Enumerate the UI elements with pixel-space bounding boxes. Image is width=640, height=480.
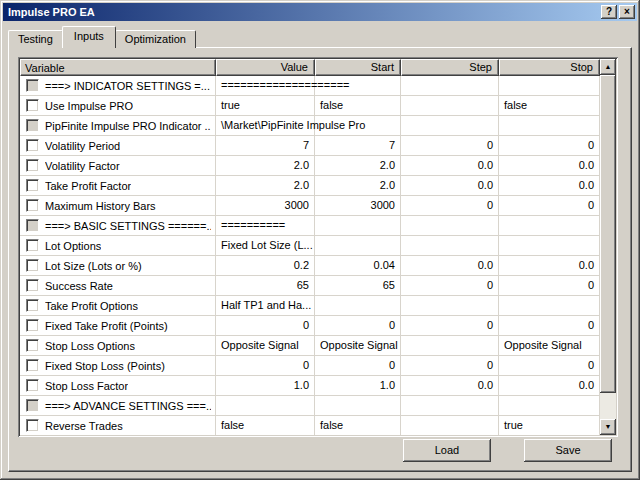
tab-testing[interactable]: Testing bbox=[8, 30, 63, 48]
value-cell[interactable]: 2.0 bbox=[216, 156, 315, 176]
value-cell[interactable]: Fixed Lot Size (L... bbox=[216, 236, 315, 256]
value-cell[interactable]: 65 bbox=[216, 276, 315, 296]
table-row[interactable]: Stop Loss Factor 1.0 1.0 0.0 0.0 bbox=[20, 376, 600, 396]
stop-cell[interactable]: 0.0 bbox=[499, 156, 600, 176]
step-cell[interactable] bbox=[401, 96, 499, 116]
stop-cell[interactable] bbox=[499, 216, 600, 236]
value-cell[interactable]: 7 bbox=[216, 136, 315, 156]
value-cell[interactable]: 0 bbox=[216, 356, 315, 376]
table-row[interactable]: Take Profit Options Half TP1 and Ha... bbox=[20, 296, 600, 316]
value-cell[interactable]: false bbox=[216, 416, 315, 435]
scroll-up-icon[interactable]: ▲ bbox=[600, 59, 616, 75]
start-cell[interactable]: 3000 bbox=[315, 196, 401, 216]
tab-inputs[interactable]: Inputs bbox=[62, 26, 116, 48]
stop-cell[interactable] bbox=[499, 396, 600, 416]
optimize-checkbox[interactable] bbox=[26, 159, 39, 172]
table-row[interactable]: Maximum History Bars 3000 3000 0 0 bbox=[20, 196, 600, 216]
step-cell[interactable] bbox=[401, 76, 499, 96]
tab-optimization[interactable]: Optimization bbox=[115, 30, 196, 48]
step-cell[interactable] bbox=[401, 116, 499, 136]
value-cell[interactable]: 0.2 bbox=[216, 256, 315, 276]
table-row[interactable]: ===> BASIC SETTINGS ======... ========== bbox=[20, 216, 600, 236]
value-cell[interactable]: 1.0 bbox=[216, 376, 315, 396]
optimize-checkbox[interactable] bbox=[26, 359, 39, 372]
start-cell[interactable] bbox=[315, 236, 401, 256]
header-start[interactable]: Start bbox=[315, 59, 401, 76]
stop-cell[interactable]: true bbox=[499, 416, 600, 435]
scrollbar-thumb[interactable] bbox=[600, 75, 616, 393]
start-cell[interactable] bbox=[315, 396, 401, 416]
start-cell[interactable] bbox=[315, 296, 401, 316]
start-cell[interactable]: false bbox=[315, 96, 401, 116]
step-cell[interactable] bbox=[401, 216, 499, 236]
header-step[interactable]: Step bbox=[401, 59, 499, 76]
value-cell[interactable]: ========== bbox=[216, 216, 315, 236]
table-row[interactable]: Success Rate 65 65 0 0 bbox=[20, 276, 600, 296]
stop-cell[interactable] bbox=[499, 116, 600, 136]
save-button[interactable]: Save bbox=[524, 439, 612, 462]
step-cell[interactable] bbox=[401, 416, 499, 435]
optimize-checkbox[interactable] bbox=[26, 299, 39, 312]
table-row[interactable]: Use Impulse PRO true false false bbox=[20, 96, 600, 116]
value-cell[interactable]: 2.0 bbox=[216, 176, 315, 196]
start-cell[interactable]: 2.0 bbox=[315, 176, 401, 196]
step-cell[interactable] bbox=[401, 396, 499, 416]
stop-cell[interactable]: 0 bbox=[499, 316, 600, 336]
start-cell[interactable]: 2.0 bbox=[315, 156, 401, 176]
table-row[interactable]: ===> ADVANCE SETTINGS ===... bbox=[20, 396, 600, 416]
step-cell[interactable]: 0 bbox=[401, 316, 499, 336]
value-cell[interactable]: Half TP1 and Ha... bbox=[216, 296, 315, 316]
start-cell[interactable]: 0 bbox=[315, 356, 401, 376]
stop-cell[interactable] bbox=[499, 236, 600, 256]
optimize-checkbox[interactable] bbox=[26, 279, 39, 292]
value-cell[interactable]: 3000 bbox=[216, 196, 315, 216]
stop-cell[interactable]: 0 bbox=[499, 276, 600, 296]
optimize-checkbox[interactable] bbox=[26, 99, 39, 112]
step-cell[interactable]: 0 bbox=[401, 356, 499, 376]
step-cell[interactable] bbox=[401, 236, 499, 256]
step-cell[interactable]: 0.0 bbox=[401, 256, 499, 276]
header-variable[interactable]: Variable bbox=[20, 59, 216, 76]
table-row[interactable]: Volatility Factor 2.0 2.0 0.0 0.0 bbox=[20, 156, 600, 176]
value-cell[interactable]: ==================== bbox=[216, 76, 315, 96]
table-row[interactable]: Fixed Take Profit (Points) 0 0 0 0 bbox=[20, 316, 600, 336]
optimize-checkbox[interactable] bbox=[26, 379, 39, 392]
header-value[interactable]: Value bbox=[216, 59, 315, 76]
optimize-checkbox[interactable] bbox=[26, 179, 39, 192]
value-cell[interactable]: true bbox=[216, 96, 315, 116]
value-cell[interactable]: Opposite Signal bbox=[216, 336, 315, 356]
step-cell[interactable] bbox=[401, 296, 499, 316]
scroll-down-icon[interactable]: ▼ bbox=[600, 419, 616, 435]
start-cell[interactable]: Opposite Signal bbox=[315, 336, 401, 356]
start-cell[interactable] bbox=[315, 76, 401, 96]
step-cell[interactable]: 0.0 bbox=[401, 156, 499, 176]
step-cell[interactable]: 0.0 bbox=[401, 376, 499, 396]
stop-cell[interactable]: 0 bbox=[499, 196, 600, 216]
close-icon[interactable]: × bbox=[619, 5, 635, 19]
table-row[interactable]: PipFinite Impulse PRO Indicator ... \Mar… bbox=[20, 116, 600, 136]
table-row[interactable]: Take Profit Factor 2.0 2.0 0.0 0.0 bbox=[20, 176, 600, 196]
stop-cell[interactable]: Opposite Signal bbox=[499, 336, 600, 356]
vertical-scrollbar[interactable]: ▲ ▼ bbox=[600, 59, 616, 435]
start-cell[interactable]: 7 bbox=[315, 136, 401, 156]
start-cell[interactable]: 0 bbox=[315, 316, 401, 336]
start-cell[interactable]: 65 bbox=[315, 276, 401, 296]
header-stop[interactable]: Stop bbox=[499, 59, 600, 76]
stop-cell[interactable]: false bbox=[499, 96, 600, 116]
value-cell[interactable] bbox=[216, 396, 315, 416]
table-row[interactable]: ===> INDICATOR SETTINGS =... ===========… bbox=[20, 76, 600, 96]
table-row[interactable]: Lot Size (Lots or %) 0.2 0.04 0.0 0.0 bbox=[20, 256, 600, 276]
start-cell[interactable]: 1.0 bbox=[315, 376, 401, 396]
optimize-checkbox[interactable] bbox=[26, 199, 39, 212]
start-cell[interactable] bbox=[315, 216, 401, 236]
title-bar[interactable]: Impulse PRO EA ? × bbox=[3, 3, 637, 21]
step-cell[interactable] bbox=[401, 336, 499, 356]
optimize-checkbox[interactable] bbox=[26, 139, 39, 152]
start-cell[interactable] bbox=[315, 116, 401, 136]
stop-cell[interactable]: 0.0 bbox=[499, 256, 600, 276]
optimize-checkbox[interactable] bbox=[26, 259, 39, 272]
table-row[interactable]: Stop Loss Options Opposite Signal Opposi… bbox=[20, 336, 600, 356]
stop-cell[interactable]: 0 bbox=[499, 356, 600, 376]
optimize-checkbox[interactable] bbox=[26, 419, 39, 432]
step-cell[interactable]: 0.0 bbox=[401, 176, 499, 196]
